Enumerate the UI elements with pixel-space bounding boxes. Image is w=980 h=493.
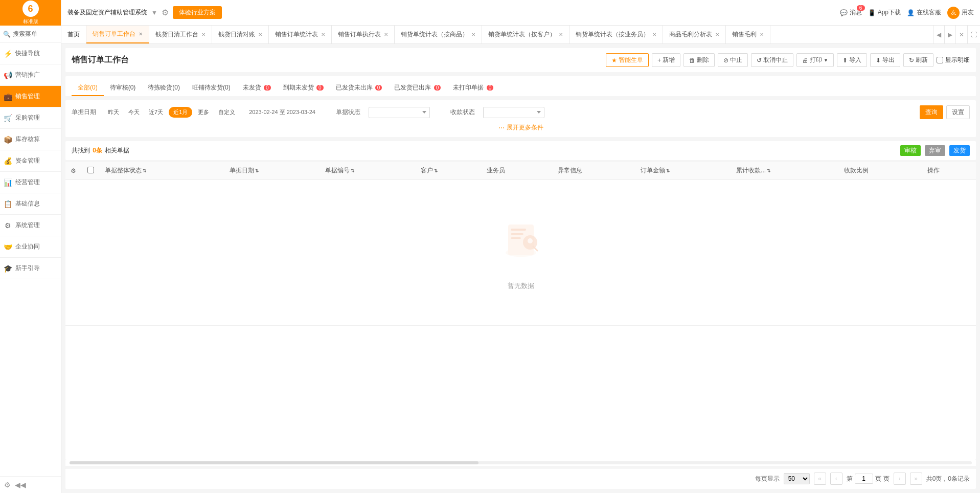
sub-tab-shipped-out[interactable]: 已发货已出库 0 — [388, 80, 447, 96]
pause-icon: ⊘ — [723, 57, 728, 64]
sidebar-search[interactable]: 🔍 搜索菜单 — [0, 26, 61, 43]
sidebar-item-system[interactable]: ⚙ 系统管理 — [0, 215, 61, 236]
tab-reconcile[interactable]: 钱货日清对账 ✕ — [212, 26, 269, 43]
expand-button[interactable]: ⋯ 展开更多条件 — [498, 123, 543, 132]
col-checkbox[interactable] — [81, 162, 100, 180]
sub-tab-all[interactable]: 全部(0) — [72, 80, 104, 96]
import-button[interactable]: ⬆ 导入 — [837, 53, 867, 67]
col-customer[interactable]: 客户 ⇅ — [416, 162, 482, 180]
tab-next-button[interactable]: ▶ — [944, 26, 955, 43]
show-detail-toggle[interactable]: 显示明细 — [937, 56, 970, 64]
today-btn[interactable]: 今天 — [125, 107, 143, 118]
sidebar-item-finance[interactable]: 💰 资金管理 — [0, 150, 61, 172]
messages-item[interactable]: 💬 消息 6 — [840, 8, 862, 17]
tab-sales-workbench[interactable]: 销售订单工作台 ✕ — [86, 26, 149, 43]
7days-btn[interactable]: 近7天 — [145, 107, 167, 118]
prev-page-button[interactable]: ‹ — [830, 473, 842, 485]
settings-bottom-icon[interactable]: ⚙ — [4, 481, 11, 489]
app-download-item[interactable]: 📱 App下载 — [868, 8, 901, 17]
print-button[interactable]: 🖨 打印 ▼ — [796, 53, 834, 67]
status-select[interactable] — [369, 107, 430, 118]
payment-select[interactable] — [483, 107, 544, 118]
tab-order-exec[interactable]: 销售订单执行表 ✕ — [332, 26, 395, 43]
tab-close-icon[interactable]: ✕ — [384, 32, 388, 37]
tab-sales-by-customer[interactable]: 销货单统计表（按客户） ✕ — [482, 26, 569, 43]
export-button[interactable]: ⬇ 导出 — [870, 53, 900, 67]
tab-gross-analysis[interactable]: 商品毛利分析表 ✕ — [663, 26, 726, 43]
sub-tab-overdue-ship[interactable]: 到期未发货 0 — [277, 80, 330, 96]
sidebar-item-quick-nav[interactable]: ⚡ 快捷导航 — [0, 43, 61, 64]
sub-tab-not-printed[interactable]: 未打印单据 0 — [447, 80, 499, 96]
tab-close-icon[interactable]: ✕ — [321, 32, 325, 37]
sub-tab-pending-pick[interactable]: 待拣验货(0) — [142, 80, 186, 96]
first-page-button[interactable]: « — [814, 473, 826, 485]
more-btn[interactable]: 更多 — [194, 107, 213, 118]
tab-close-icon[interactable]: ✕ — [652, 32, 656, 37]
show-detail-checkbox[interactable] — [937, 57, 943, 63]
tab-sales-by-product[interactable]: 销货单统计表（按商品） ✕ — [395, 26, 482, 43]
tab-close-icon[interactable]: ✕ — [139, 31, 143, 37]
experience-button[interactable]: 体验行业方案 — [173, 6, 222, 19]
1month-btn[interactable]: 近1月 — [169, 107, 192, 118]
yesterday-btn[interactable]: 昨天 — [104, 107, 123, 118]
tab-close-icon[interactable]: ✕ — [201, 32, 206, 37]
tab-fullscreen-button[interactable]: ⛶ — [967, 26, 980, 43]
smart-create-button[interactable]: ★ 智能生单 — [606, 53, 649, 67]
page-number-input[interactable] — [855, 474, 873, 484]
col-doc-no[interactable]: 单据编号 ⇅ — [320, 162, 416, 180]
sidebar-item-purchase[interactable]: 🛒 采购管理 — [0, 107, 61, 129]
sidebar-item-enterprise[interactable]: 🤝 企业协同 — [0, 236, 61, 258]
ship-action-button[interactable]: 发货 — [949, 145, 970, 156]
header-settings-icon[interactable]: ⚙ — [162, 8, 169, 17]
tab-close-icon[interactable]: ✕ — [715, 32, 719, 37]
sub-tab-pending-review[interactable]: 待审核(0) — [104, 80, 142, 96]
review-action-button[interactable]: 审核 — [900, 145, 921, 156]
last-page-button[interactable]: » — [910, 473, 922, 485]
tab-close-all-button[interactable]: ✕ — [955, 26, 967, 43]
tab-prev-button[interactable]: ◀ — [933, 26, 944, 43]
online-service-item[interactable]: 👤 在线客服 — [907, 8, 941, 17]
query-button[interactable]: 查询 — [920, 105, 943, 119]
col-order-amount[interactable]: 订单金额 ⇅ — [635, 162, 731, 180]
dropdown-icon[interactable]: ▼ — [151, 9, 157, 16]
sidebar-item-base-info[interactable]: 📋 基础信息 — [0, 193, 61, 215]
tab-home[interactable]: 首页 — [61, 26, 86, 43]
scrollbar-thumb[interactable] — [70, 461, 478, 464]
refresh-button[interactable]: ↻ 刷新 — [903, 53, 933, 67]
select-all-checkbox[interactable] — [87, 167, 94, 173]
col-cumulative-payment[interactable]: 累计收款... ⇅ — [731, 162, 839, 180]
sidebar-item-operations[interactable]: 📊 经营管理 — [0, 172, 61, 193]
delete-button[interactable]: 🗑 删除 — [683, 53, 715, 67]
tab-sales-gross[interactable]: 销售毛利 ✕ — [726, 26, 770, 43]
user-item[interactable]: 友 用友 — [947, 7, 974, 19]
sub-tab-not-shipped[interactable]: 未发货 0 — [237, 80, 277, 96]
add-button[interactable]: + 新增 — [652, 53, 680, 67]
custom-btn[interactable]: 自定义 — [215, 107, 239, 118]
settings-filter-button[interactable]: 设置 — [946, 105, 970, 119]
col-doc-date[interactable]: 单据日期 ⇅ — [224, 162, 320, 180]
tab-close-icon[interactable]: ✕ — [471, 32, 475, 37]
tab-sales-by-staff[interactable]: 销货单统计表（按业务员） ✕ — [569, 26, 663, 43]
per-page-select[interactable]: 50 10 20 100 — [784, 473, 810, 484]
cancel-review-action-button[interactable]: 弃审 — [925, 145, 945, 156]
tab-close-icon[interactable]: ✕ — [559, 32, 563, 37]
sidebar-item-sales[interactable]: 💼 销售管理 — [0, 86, 61, 107]
cancel-pause-button[interactable]: ↺ 取消中止 — [751, 53, 793, 67]
tab-close-icon[interactable]: ✕ — [760, 32, 764, 37]
collapse-icon[interactable]: ◀◀ — [15, 481, 26, 489]
col-settings[interactable]: ⚙ — [65, 162, 81, 180]
sub-tab-shipped-not-out[interactable]: 已发货未出库 0 — [330, 80, 389, 96]
sidebar-item-inventory[interactable]: 📦 库存核算 — [0, 129, 61, 150]
tab-daily-clear[interactable]: 钱货日清工作台 ✕ — [149, 26, 212, 43]
col-salesperson[interactable]: 业务员 — [482, 162, 553, 180]
sidebar-item-marketing[interactable]: 📢 营销推广 — [0, 64, 61, 86]
horizontal-scrollbar[interactable] — [65, 460, 976, 466]
col-doc-status[interactable]: 单据整体状态 ⇅ — [100, 162, 224, 180]
tab-close-icon[interactable]: ✕ — [258, 32, 262, 37]
sidebar-item-newbie[interactable]: 🎓 新手引导 — [0, 258, 61, 279]
pause-button[interactable]: ⊘ 中止 — [718, 53, 748, 67]
tab-order-stats[interactable]: 销售订单统计表 ✕ — [269, 26, 332, 43]
next-page-button[interactable]: › — [894, 473, 906, 485]
scrollbar-track[interactable] — [70, 461, 972, 464]
sub-tab-wangpu[interactable]: 旺铺待发货(0) — [186, 80, 237, 96]
